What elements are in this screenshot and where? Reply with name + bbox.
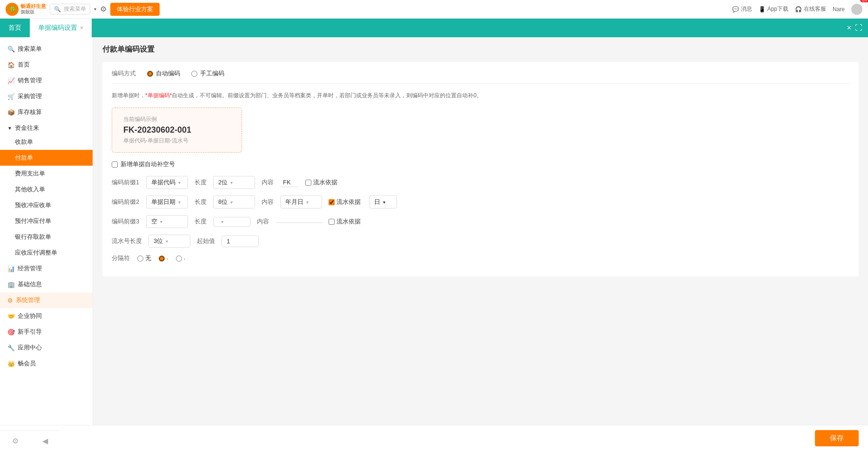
prefix3-select[interactable]: 空 ▾ [146, 215, 188, 228]
dropdown-arrow[interactable]: ▾ [94, 7, 96, 12]
sep-dot-radio[interactable] [159, 256, 165, 262]
message-btn[interactable]: 💬 消息 99+ [732, 5, 752, 13]
sidebar-item-prepay-pay[interactable]: 预付冲应付单 [0, 213, 93, 229]
sep-none-option[interactable]: 无 [137, 254, 151, 263]
waterflow3-checkbox[interactable] [329, 219, 335, 225]
section-card: 编码方式 自动编码 手工编码 新增单据时，*单据编码*自动生成，不可编辑。前缀设… [102, 62, 859, 276]
sidebar-item-home[interactable]: 🏠 首页 [0, 57, 93, 73]
sidebar-item-sales[interactable]: 📈 销售管理 [0, 73, 93, 88]
content2-label: 内容 [262, 198, 274, 206]
top-bar: 🍀 畅通好生意 旗舰版 🔍 搜索菜单 ▾ ⚙ 体验行业方案 💬 消息 99+ 📱… [0, 0, 868, 19]
member-label: 畅会员 [18, 359, 36, 368]
waterflow3-label: 流水依据 [336, 217, 361, 226]
tab-close-icon[interactable]: × [80, 25, 83, 31]
prefix1-select[interactable]: 单据代码 ▾ [146, 176, 188, 189]
sidebar-item-receipt[interactable]: 收款单 [0, 134, 93, 150]
sidebar-item-purchase[interactable]: 🛒 采购管理 [0, 88, 93, 104]
basic-label: 基础信息 [18, 280, 42, 289]
length1-arrow: ▾ [230, 180, 233, 185]
auto-fill-label: 新增单据自动补空号 [121, 160, 175, 168]
start-value-input[interactable]: 1 [222, 236, 259, 247]
search-menu-icon: 🔍 [7, 46, 15, 53]
sidebar-item-corp[interactable]: 🤝 企业协同 [0, 308, 93, 324]
system-label: 系统管理 [16, 296, 40, 304]
search-placeholder: 搜索菜单 [64, 5, 86, 13]
length1-select[interactable]: 2位 ▾ [213, 176, 255, 189]
nav-home[interactable]: 首页 [0, 19, 30, 37]
message-label: 消息 [741, 5, 752, 13]
day-arrow: ▾ [383, 200, 385, 205]
content3-label: 内容 [257, 217, 269, 226]
content2-select[interactable]: 年月日 ▾ [280, 195, 322, 209]
length3-select[interactable]: ▾ [213, 217, 250, 227]
message-badge: 99+ [860, 0, 868, 2]
sidebar-item-guide[interactable]: 🎯 新手引导 [0, 324, 93, 340]
day-value: 日 [374, 198, 380, 206]
settings-icon[interactable]: ⚙ [100, 5, 107, 13]
other-income-label: 其他收入单 [15, 185, 45, 194]
sidebar-item-adjust[interactable]: 应收应付调整单 [0, 245, 93, 261]
waterflow2-checkbox[interactable] [329, 199, 335, 205]
search-icon: 🔍 [54, 6, 61, 13]
sidebar-item-system[interactable]: ⚙ 系统管理 [0, 292, 93, 308]
nav-fullscreen-icon[interactable]: ⛶ [855, 24, 862, 32]
code-method-label: 编码方式 [112, 69, 136, 78]
search-menu-label: 搜索菜单 [18, 45, 42, 53]
day-select[interactable]: 日 ▾ [369, 195, 397, 209]
trial-button[interactable]: 体验行业方案 [110, 3, 160, 16]
preview-code: FK-20230602-001 [123, 125, 230, 135]
prefix1-label: 编码前缀1 [112, 178, 140, 187]
length2-value: 8位 [218, 198, 228, 206]
sidebar-item-bank[interactable]: 银行存取款单 [0, 229, 93, 245]
length2-select[interactable]: 8位 ▾ [213, 195, 255, 209]
prefix3-label: 编码前缀3 [112, 217, 140, 226]
user-avatar[interactable] [851, 4, 862, 15]
waterflow1-checkbox[interactable] [305, 180, 311, 186]
length1-label: 长度 [195, 178, 207, 187]
sep-dot-option[interactable]: · [159, 255, 168, 262]
auto-code-option[interactable]: 自动编码 [147, 69, 180, 78]
prefix2-select[interactable]: 单据日期 ▾ [146, 195, 188, 209]
nav-tab-encoding[interactable]: 单据编码设置 × [30, 19, 92, 37]
waterflow1-check: 流水依据 [305, 178, 337, 187]
serial-length-select[interactable]: 3位 ▾ [148, 235, 190, 248]
serial-row: 流水号长度 3位 ▾ 起始值 1 [112, 235, 849, 248]
sidebar-item-inventory[interactable]: 📦 库存核算 [0, 104, 93, 120]
auto-code-radio[interactable] [147, 71, 153, 77]
content-area: 付款单编码设置 编码方式 自动编码 手工编码 新增单据时，*单据编码*自动生成，… [93, 37, 868, 425]
top-bar-right: 💬 消息 99+ 📱 App下载 🎧 在线客服 Nare [732, 4, 862, 15]
waterflow2-label: 流水依据 [336, 198, 361, 206]
sidebar-item-other-income[interactable]: 其他收入单 [0, 182, 93, 197]
payment-label: 付款单 [15, 154, 33, 162]
app-center-icon: 🔧 [7, 344, 15, 351]
sidebar-item-management[interactable]: 📊 经营管理 [0, 261, 93, 276]
manual-code-option[interactable]: 手工编码 [191, 69, 224, 78]
sep-none-radio[interactable] [137, 256, 143, 262]
sidebar-group-capital[interactable]: ▼ 资金往来 [0, 120, 93, 134]
notice-highlight: *单据编码* [145, 92, 172, 99]
sidebar-item-member[interactable]: 👑 畅会员 [0, 356, 93, 371]
system-icon: ⚙ [7, 297, 13, 304]
sep-dash-radio[interactable] [176, 256, 182, 262]
sidebar-item-basic[interactable]: 🏢 基础信息 [0, 276, 93, 292]
sep-dash-option[interactable]: · [176, 255, 186, 262]
manual-code-radio[interactable] [191, 71, 197, 77]
sidebar-item-prepay-recv[interactable]: 预收冲应收单 [0, 197, 93, 213]
home-icon: 🏠 [7, 61, 15, 68]
bottom-bar: 保存 [0, 425, 868, 451]
auto-code-label: 自动编码 [156, 69, 180, 78]
auto-fill-checkbox[interactable] [112, 162, 118, 168]
purchase-label: 采购管理 [18, 92, 42, 101]
sidebar-item-search[interactable]: 🔍 搜索菜单 [0, 41, 93, 57]
app-download-btn[interactable]: 📱 App下载 [759, 5, 788, 13]
sidebar-item-expense[interactable]: 费用支出单 [0, 166, 93, 182]
content1-value: FK [280, 178, 299, 187]
nav-close-icon[interactable]: × [847, 24, 851, 32]
sidebar-item-payment[interactable]: 付款单 [0, 150, 93, 166]
online-service-btn[interactable]: 🎧 在线客服 [795, 5, 826, 13]
sidebar-item-app-center[interactable]: 🔧 应用中心 [0, 340, 93, 356]
user-name[interactable]: Nare [833, 6, 845, 13]
save-button[interactable]: 保存 [815, 430, 859, 446]
search-bar[interactable]: 🔍 搜索菜单 [50, 4, 90, 14]
app-logo: 🍀 畅通好生意 旗舰版 [6, 3, 46, 16]
